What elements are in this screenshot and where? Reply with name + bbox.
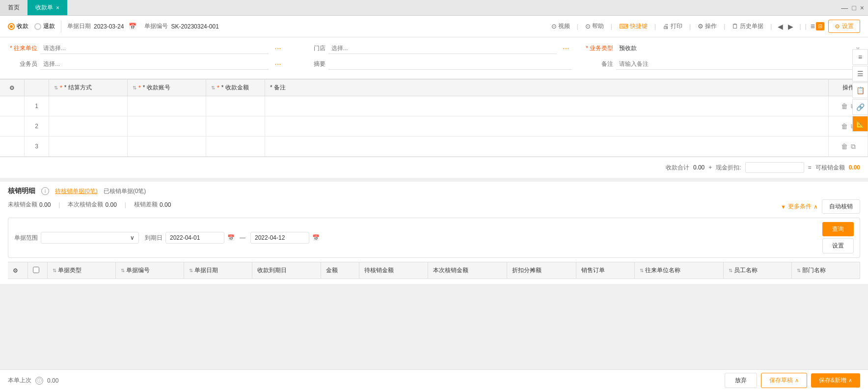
row2-account[interactable] [128, 116, 206, 136]
row1-remark[interactable] [265, 96, 829, 116]
reconcile-info-icon[interactable]: i [41, 187, 49, 195]
counterpart-col-label: 往来单位名称 [645, 267, 680, 274]
sidebar-icon-4[interactable]: 🔗 [852, 99, 868, 115]
row1-delete-icon[interactable]: 🗑 [841, 102, 848, 110]
jiesuan-sort-icon[interactable]: ⇅ [54, 85, 58, 90]
cal-from-icon[interactable]: 📅 [227, 234, 235, 241]
row1-amount[interactable] [206, 96, 265, 116]
close-button[interactable]: × [860, 4, 864, 12]
table-settings-header[interactable]: ⚙ [0, 80, 25, 96]
cal-to-icon[interactable]: 📅 [312, 234, 320, 241]
tab-home[interactable]: 首页 [0, 0, 27, 15]
sidebar-icon-3[interactable]: 📋 [852, 83, 868, 98]
help-icon: ⊙ [585, 23, 591, 30]
row2-delete-icon[interactable]: 🗑 [841, 122, 848, 130]
discount-input[interactable] [745, 162, 804, 173]
th-checkbox[interactable] [27, 262, 47, 279]
shortcut-button[interactable]: ⌨ 快捷键 [616, 21, 651, 31]
radio-receipt[interactable]: 收款 [8, 22, 28, 30]
th-discount: 折扣分摊额 [507, 262, 576, 279]
range-label: 单据范围 [14, 234, 38, 242]
range-select[interactable]: ∨ [41, 232, 139, 244]
total-value: 0.00 [693, 164, 705, 171]
summary-input[interactable] [328, 58, 572, 70]
staff-more-icon[interactable]: ··· [271, 60, 284, 68]
completed-tab[interactable]: 已核销单据(0笔) [104, 187, 146, 196]
doc-type-sort-icon[interactable]: ⇅ [53, 268, 56, 273]
th-settings[interactable]: ⚙ [8, 262, 27, 279]
maximize-button[interactable]: □ [852, 4, 856, 12]
more-conditions-button[interactable]: ▼ 更多条件 ∧ [781, 202, 818, 211]
amount-sort-icon[interactable]: ⇅ [211, 85, 215, 90]
row3-amount[interactable] [206, 137, 265, 156]
minimize-button[interactable]: — [841, 4, 848, 12]
bottom-info-icon[interactable]: ⓘ [35, 377, 43, 385]
counterpart-more-icon[interactable]: ··· [271, 45, 284, 53]
remark-field: 备注 [584, 58, 860, 70]
remark-input[interactable] [616, 58, 860, 70]
row1-jiesuan[interactable] [49, 96, 128, 116]
staff-sort-icon[interactable]: ⇅ [729, 268, 732, 273]
settings-button[interactable]: ⚙ 设置 [828, 20, 860, 33]
date-dash: — [238, 234, 247, 241]
save-new-dropdown-icon[interactable]: ∧ [848, 377, 852, 384]
list-view-icon[interactable]: ≡ [811, 22, 815, 31]
th-department: ⇅ 部门名称 [791, 262, 860, 279]
unreconciled-value: 0.00 [39, 201, 51, 208]
history-button[interactable]: 🗒 历史单据 [729, 21, 766, 31]
prev-button[interactable]: ◀ [776, 22, 785, 31]
store-more-icon[interactable]: ··· [560, 45, 572, 53]
counterpart-input[interactable] [40, 43, 269, 54]
save-new-button[interactable]: 保存&新增 ∧ [811, 373, 860, 388]
row3-account[interactable] [128, 137, 206, 156]
row3-delete-icon[interactable]: 🗑 [841, 142, 848, 150]
date-value[interactable]: 2023-03-24 [94, 23, 124, 30]
row1-account[interactable] [128, 96, 206, 116]
tab-receipt[interactable]: 收款单 × [27, 0, 67, 15]
calendar-icon[interactable]: 📅 [127, 22, 138, 31]
radio-refund[interactable]: 退款 [34, 22, 55, 30]
select-all-checkbox[interactable] [33, 267, 39, 273]
account-sort-icon[interactable]: ⇅ [133, 85, 136, 90]
operation-icon: ⚙ [698, 23, 704, 30]
row3-jiesuan[interactable] [49, 137, 128, 156]
pending-tab[interactable]: 待核销单据(0笔) [55, 187, 98, 196]
operation-button[interactable]: ⚙ 操作 [695, 21, 720, 31]
due-date-from-input[interactable] [165, 232, 224, 244]
unreconciled-stat: 未核销金额 0.00 [8, 200, 51, 209]
dept-sort-icon[interactable]: ⇅ [797, 268, 801, 273]
counterpart-sort-icon[interactable]: ⇅ [640, 268, 644, 273]
sidebar-icon-2[interactable]: ☰ [852, 66, 868, 82]
row2-jiesuan[interactable] [49, 116, 128, 136]
next-button[interactable]: ▶ [786, 22, 795, 31]
row3-copy-icon[interactable]: ⧉ [851, 142, 856, 151]
row2-amount[interactable] [206, 116, 265, 136]
doc-no-sort-icon[interactable]: ⇅ [121, 268, 125, 273]
business-type-field: * 业务类型 预收款 ∨ [584, 42, 860, 55]
filter-settings-button[interactable]: 设置 [822, 238, 854, 253]
staff-input[interactable] [40, 58, 269, 70]
help-button[interactable]: ⊙ 帮助 [582, 21, 607, 31]
tab-close-icon[interactable]: × [56, 4, 59, 11]
store-input[interactable] [328, 43, 557, 54]
number-field: 单据编号 SK-20230324-001 [144, 22, 218, 30]
save-draft-button[interactable]: 保存草稿 ∧ [761, 373, 807, 388]
sidebar-icon-5[interactable]: 📐 [852, 116, 868, 132]
print-button[interactable]: 🖨 打印 [660, 21, 685, 31]
row3-remark[interactable] [265, 137, 829, 156]
query-button[interactable]: 查询 [822, 222, 854, 236]
remark-label-header: * 备注 [270, 84, 286, 92]
row2-remark[interactable] [265, 116, 829, 136]
grid-view-icon[interactable]: ⊟ [816, 22, 824, 30]
th-pending-amount: 待核销金额 [359, 262, 428, 279]
current-amount-label: 本次核销金额 [433, 267, 468, 274]
save-draft-dropdown-icon[interactable]: ∧ [795, 377, 799, 384]
auto-reconcile-button[interactable]: 自动核销 [822, 199, 860, 214]
due-date-to-input[interactable] [250, 232, 309, 244]
video-button[interactable]: ⊙ 视频 [548, 21, 573, 31]
table-row: 3 🗑 ⧉ [0, 137, 868, 157]
due-date-field: 到期日 📅 — 📅 [145, 232, 320, 244]
sidebar-icon-1[interactable]: ≡ [852, 49, 868, 65]
abandon-button[interactable]: 放弃 [725, 373, 757, 388]
doc-date-sort-icon[interactable]: ⇅ [189, 268, 193, 273]
